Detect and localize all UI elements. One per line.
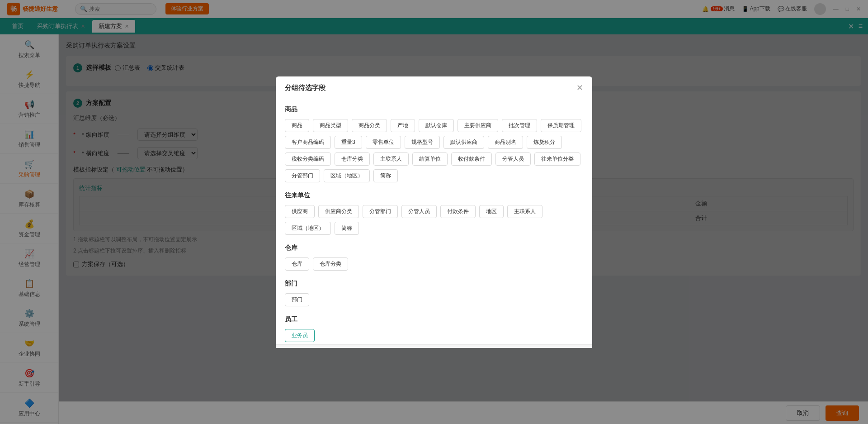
product-field-tags: 商品 商品类型 商品分类 产地 默认仓库 主要供应商 批次管理 保质期管理 客户…	[285, 119, 583, 182]
section-dept-title: 部门	[285, 280, 583, 288]
field-tag[interactable]: 区域（地区）	[285, 222, 331, 235]
field-tag[interactable]: 主要供应商	[458, 119, 498, 132]
section-department: 部门 部门	[285, 280, 583, 306]
field-tag[interactable]: 仓库分类	[335, 152, 370, 166]
section-product-title: 商品	[285, 105, 583, 114]
field-select-modal: 分组待选字段 ✕ 商品 商品 商品类型 商品分类 产地 默认仓库 主要供应商 批…	[276, 76, 592, 348]
field-tag[interactable]: 仓库	[285, 257, 309, 271]
field-tag[interactable]: 税收分类编码	[285, 152, 331, 166]
field-tag[interactable]: 分管部门	[285, 169, 320, 182]
field-tag[interactable]: 简称	[335, 222, 359, 235]
section-employee: 员工 业务员	[285, 315, 583, 342]
field-tag[interactable]: 保质期管理	[541, 119, 581, 132]
field-tag[interactable]: 简称	[373, 169, 398, 182]
field-tag[interactable]: 收付款条件	[451, 152, 492, 166]
field-tag[interactable]: 商品别名	[488, 136, 523, 149]
partner-field-tags: 供应商 供应商分类 分管部门 分管人员 付款条件 地区 主联系人 区域（地区） …	[285, 205, 583, 235]
field-tag[interactable]: 部门	[285, 293, 309, 306]
emp-field-tags: 业务员	[285, 329, 583, 342]
section-partner-title: 往来单位	[285, 191, 583, 200]
modal-overlay: 分组待选字段 ✕ 商品 商品 商品类型 商品分类 产地 默认仓库 主要供应商 批…	[0, 0, 868, 424]
field-tag[interactable]: 规格型号	[405, 136, 440, 149]
field-tag[interactable]: 商品	[285, 119, 309, 132]
field-tag[interactable]: 产地	[391, 119, 415, 132]
field-tag[interactable]: 主联系人	[373, 152, 409, 166]
section-partner: 往来单位 供应商 供应商分类 分管部门 分管人员 付款条件 地区 主联系人 区域…	[285, 191, 583, 235]
field-tag[interactable]: 主联系人	[507, 205, 542, 218]
field-tag[interactable]: 地区	[479, 205, 504, 218]
field-tag[interactable]: 商品分类	[352, 119, 387, 132]
modal-close-button[interactable]: ✕	[576, 84, 583, 92]
field-tag[interactable]: 付款条件	[440, 205, 476, 218]
field-tag[interactable]: 炼货积分	[527, 136, 562, 149]
section-warehouse-title: 仓库	[285, 244, 583, 252]
modal-horizontal-scrollbar[interactable]	[276, 344, 592, 348]
field-tag[interactable]: 零售单位	[366, 136, 401, 149]
modal-body[interactable]: 商品 商品 商品类型 商品分类 产地 默认仓库 主要供应商 批次管理 保质期管理…	[276, 98, 592, 344]
section-emp-title: 员工	[285, 315, 583, 324]
field-tag[interactable]: 分管人员	[401, 205, 437, 218]
field-tag[interactable]: 分管部门	[363, 205, 398, 218]
field-tag[interactable]: 业务员	[285, 329, 315, 342]
field-tag[interactable]: 批次管理	[502, 119, 537, 132]
modal-title: 分组待选字段	[285, 84, 326, 92]
dept-field-tags: 部门	[285, 293, 583, 306]
field-tag[interactable]: 供应商	[285, 205, 315, 218]
field-tag[interactable]: 供应商分类	[318, 205, 359, 218]
field-tag[interactable]: 默认仓库	[419, 119, 454, 132]
field-tag[interactable]: 仓库分类	[313, 257, 348, 271]
field-tag[interactable]: 商品类型	[313, 119, 348, 132]
field-tag[interactable]: 往来单位分类	[534, 152, 580, 166]
field-tag[interactable]: 重量3	[335, 136, 362, 149]
field-tag[interactable]: 客户商品编码	[285, 136, 331, 149]
modal-header: 分组待选字段 ✕	[276, 76, 592, 98]
warehouse-field-tags: 仓库 仓库分类	[285, 257, 583, 271]
field-tag[interactable]: 区域（地区）	[324, 169, 370, 182]
section-warehouse: 仓库 仓库 仓库分类	[285, 244, 583, 271]
field-tag[interactable]: 分管人员	[495, 152, 531, 166]
section-product: 商品 商品 商品类型 商品分类 产地 默认仓库 主要供应商 批次管理 保质期管理…	[285, 105, 583, 182]
field-tag[interactable]: 结算单位	[412, 152, 448, 166]
field-tag[interactable]: 默认供应商	[443, 136, 484, 149]
